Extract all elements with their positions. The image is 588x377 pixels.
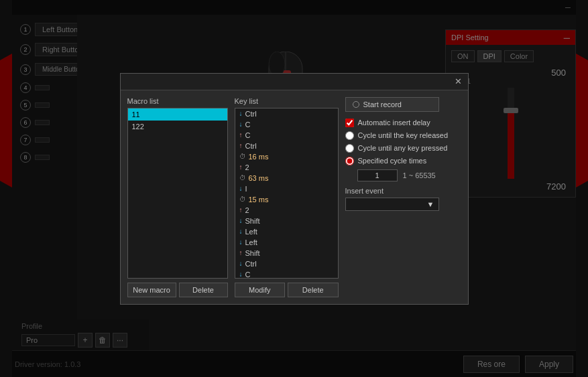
dropdown-arrow-icon: ▼ [427, 200, 434, 208]
arrow-up-icon-13: ↑ [239, 249, 243, 256]
arrow-down-icon-1: ↓ [239, 121, 243, 128]
arrow-down-icon-7: ↓ [239, 185, 243, 192]
key-item-11: ↓ Left [235, 226, 338, 237]
key-label-2: C [245, 131, 251, 139]
options-panel: Start record Automatic insert delay Cycl… [345, 97, 461, 297]
main-window: ─ ✕ 1 Left Button 2 Right Button 3 Middl… [0, 0, 588, 377]
key-item-8: ⏱ 15 ms [235, 194, 338, 205]
key-label-9: 2 [245, 206, 249, 214]
macro-list-buttons: New macro Delete [127, 283, 228, 297]
key-item-4: ⏱ 16 ms [235, 151, 338, 162]
key-item-3: ↑ Ctrl [235, 141, 338, 151]
key-list-box[interactable]: ↓ Ctrl ↓ C ↑ C ↑ Ctrl [235, 108, 339, 279]
key-item-9: ↑ 2 [235, 205, 338, 216]
modal-body: Macro list 11 122 New macro Delete Key l… [121, 90, 468, 304]
radio-specified-row: Specified cycle times [345, 157, 461, 165]
key-label-13: Shift [245, 249, 260, 257]
start-record-label: Start record [363, 100, 402, 108]
key-item-13: ↑ Shift [235, 248, 338, 258]
key-item-14: ↓ Ctrl [235, 258, 338, 269]
key-item-2: ↑ C [235, 130, 338, 141]
key-label-5: 2 [245, 163, 249, 171]
key-label-4: 16 ms [249, 153, 269, 161]
modal-overlay: ✕ Macro list 11 122 New macro Delete [0, 0, 588, 377]
key-list-buttons: Modify Delete [235, 283, 339, 297]
arrow-up-icon-5: ↑ [239, 163, 243, 171]
cycle-range-label: 1 ~ 65535 [403, 171, 436, 179]
modal-header: ✕ [121, 74, 468, 90]
auto-insert-checkbox[interactable] [345, 119, 354, 127]
key-label-10: Shift [245, 217, 260, 225]
arrow-up-icon-2: ↑ [239, 131, 243, 139]
modal-close-btn[interactable]: ✕ [453, 76, 464, 87]
cycle-key-label: Cycle until the key released [358, 131, 449, 139]
arrow-down-icon-11: ↓ [239, 228, 243, 235]
key-list-panel: Key list ↓ Ctrl ↓ C ↑ C [235, 97, 339, 297]
key-item-0: ↓ Ctrl [235, 108, 338, 119]
specified-cycle-label: Specified cycle times [358, 157, 427, 165]
arrow-up-icon-3: ↑ [239, 142, 243, 149]
key-label-11: Left [245, 228, 257, 236]
arrow-down-icon: ↓ [239, 110, 243, 117]
key-list-title: Key list [235, 97, 339, 105]
cycle-key-radio[interactable] [345, 131, 354, 140]
key-label-12: Left [245, 238, 257, 246]
record-dot-icon [353, 101, 359, 108]
key-label-7: I [245, 185, 247, 193]
insert-event-label: Insert event [345, 187, 461, 195]
arrow-up-icon-9: ↑ [239, 206, 243, 214]
new-macro-btn[interactable]: New macro [127, 283, 176, 297]
key-item-10: ↓ Shift [235, 216, 338, 226]
key-label-1: C [245, 121, 251, 129]
delete-macro-btn[interactable]: Delete [179, 283, 228, 297]
cycle-any-label: Cycle until any key pressed [358, 144, 448, 152]
key-item-5: ↑ 2 [235, 162, 338, 173]
start-record-btn[interactable]: Start record [345, 97, 439, 112]
key-label-8: 15 ms [249, 196, 269, 204]
arrow-down-icon-15: ↓ [239, 271, 243, 278]
arrow-down-icon-10: ↓ [239, 217, 243, 224]
key-item-1: ↓ C [235, 119, 338, 130]
macro-item-0[interactable]: 11 [128, 108, 227, 121]
key-label-6: 63 ms [249, 174, 269, 182]
timer-icon-6: ⏱ [239, 174, 246, 181]
modify-key-btn[interactable]: Modify [235, 283, 286, 297]
macro-modal: ✕ Macro list 11 122 New macro Delete [120, 73, 469, 305]
key-label-14: Ctrl [245, 260, 257, 268]
auto-insert-row: Automatic insert delay [345, 119, 461, 127]
arrow-down-icon-12: ↓ [239, 238, 243, 246]
cycle-times-input[interactable] [357, 169, 398, 181]
radio-cycle-key-row: Cycle until the key released [345, 131, 461, 140]
key-item-15: ↓ C [235, 269, 338, 279]
key-label-0: Ctrl [245, 110, 257, 118]
timer-icon-8: ⏱ [239, 196, 246, 203]
key-label-3: Ctrl [245, 142, 257, 150]
timer-icon-4: ⏱ [239, 153, 246, 160]
macro-list-panel: Macro list 11 122 New macro Delete [127, 97, 228, 297]
insert-event-dropdown[interactable]: ▼ [345, 198, 439, 211]
key-item-7: ↓ I [235, 183, 338, 194]
specified-cycle-radio[interactable] [345, 157, 354, 165]
macro-item-1[interactable]: 122 [128, 121, 227, 133]
arrow-down-icon-14: ↓ [239, 260, 243, 267]
key-item-6: ⏱ 63 ms [235, 173, 338, 183]
key-label-15: C [245, 271, 251, 279]
key-item-12: ↓ Left [235, 237, 338, 248]
macro-list-box[interactable]: 11 122 [127, 108, 228, 279]
radio-cycle-any-row: Cycle until any key pressed [345, 144, 461, 153]
auto-insert-label: Automatic insert delay [358, 119, 430, 127]
macro-list-title: Macro list [127, 97, 228, 105]
cycle-any-radio[interactable] [345, 144, 354, 153]
delete-key-btn[interactable]: Delete [288, 283, 339, 297]
